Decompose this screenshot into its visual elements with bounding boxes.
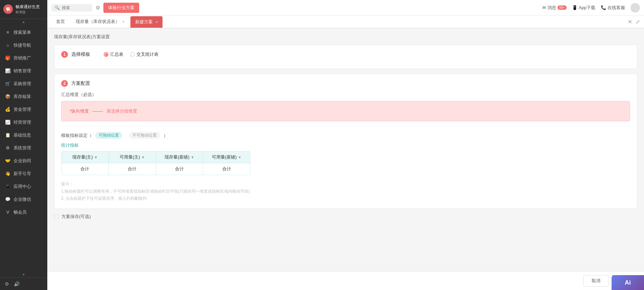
search-menu-icon: ≡ (5, 29, 11, 35)
save-option[interactable]: 方案保存(可选) (54, 214, 637, 220)
app-download-item[interactable]: 📱 App下载 (572, 5, 595, 11)
col3-sub: 合计 (156, 163, 203, 175)
sidebar-item-sales[interactable]: 📊 销售管理 (0, 65, 47, 77)
indicator-settings: 模板指标设定（ 可拖动位置 不可拖动位置 ） 统计指标 现存量(主) ▼ (61, 132, 630, 175)
online-service-item[interactable]: 📞 在线客服 (601, 5, 625, 11)
sidebar-item-label: 资金管理 (14, 106, 31, 113)
sidebar-item-marketing[interactable]: 🎁 营销推广 (0, 52, 47, 65)
chart-icon: 📊 (5, 68, 11, 74)
col1-label: 现存量(主) (72, 154, 93, 160)
tab-inventory-label: 现存量（库存状况表） (76, 19, 120, 25)
service-icon: 📞 (601, 5, 606, 10)
sidebar-item-operations[interactable]: 📈 经营管理 (0, 116, 47, 129)
tab-new-plan-close[interactable]: × (155, 20, 157, 24)
message-item[interactable]: ✉ 消息 99+ (542, 5, 567, 11)
sidebar-item-member[interactable]: V 畅会员 (0, 206, 47, 219)
money-icon: 💰 (5, 106, 11, 113)
vertical-dim-label: *纵向维度 (70, 108, 89, 114)
tab-new-plan[interactable]: 新建方案 × (130, 16, 162, 28)
sidebar-item-quick-nav[interactable]: ⌂ 快捷导航 (0, 39, 47, 52)
window-controls: ✕ ⤢ (628, 19, 640, 25)
app-badge: 标准版 (16, 10, 40, 15)
sidebar-item-label: 基础信息 (14, 132, 31, 138)
ai-label: Ai (625, 279, 631, 286)
tab-home[interactable]: 首页 (51, 16, 70, 28)
tab-inventory-status[interactable]: 现存量（库存状况表） × (71, 16, 129, 28)
step1-num: 1 (61, 51, 68, 58)
col2-label: 可用量(主) (120, 154, 140, 160)
page-title: 现存量(库存状况表)方案设置 (54, 34, 637, 40)
col2-sub: 合计 (109, 163, 156, 175)
step2-title: 方案配置 (71, 80, 90, 87)
window-close-icon[interactable]: ✕ (628, 19, 632, 25)
sidebar-item-label: 新手引导 (14, 171, 31, 177)
ai-float-button[interactable]: Ai (612, 275, 644, 290)
sidebar-item-cooperation[interactable]: 🤝 企业协同 (0, 154, 47, 167)
box-icon: 📦 (5, 94, 11, 100)
gift-icon: 🎁 (5, 55, 11, 61)
tips-title: 提示： (61, 182, 73, 186)
sidebar-item-app-center[interactable]: 📱 应用中心 (0, 180, 47, 193)
trial-btn[interactable]: 体验行业方案 (103, 3, 139, 13)
radio-crosstab-label: 交叉统计表 (137, 51, 158, 57)
search-input[interactable] (62, 5, 89, 10)
tip2: 2. 点击标题栏下拉可设置排序、插入列和删除列 (61, 195, 630, 202)
tip1: 1.拖动标题栏可以调整布局，不可跨维度或指标区域拖动栏目字段(只能在同一维度或指… (61, 188, 630, 195)
online-service-label: 在线客服 (608, 5, 625, 11)
tabbar: 首页 现存量（库存状况表） × 新建方案 × ✕ ⤢ (47, 16, 644, 28)
sidebar-item-search-menu[interactable]: ≡ 搜索菜单 (0, 26, 47, 39)
topbar-right: ✉ 消息 99+ 📱 App下载 📞 在线客服 (542, 3, 640, 13)
sidebar-item-purchase[interactable]: 🛒 采购管理 (0, 77, 47, 90)
chat-icon: 💬 (5, 196, 11, 202)
sidebar-item-label: 营销推广 (14, 55, 31, 61)
message-label: 消息 (547, 5, 556, 11)
sidebar-item-guide[interactable]: 👋 新手引导 (0, 167, 47, 180)
draggable-badge: 可拖动位置 (95, 132, 122, 139)
download-icon: 📱 (572, 5, 577, 10)
sidebar-item-basic-info[interactable]: 📋 基础信息 (0, 129, 47, 142)
sidebar-item-inventory[interactable]: 📦 库存核算 (0, 90, 47, 103)
sidebar-item-finance[interactable]: 💰 资金管理 (0, 103, 47, 116)
sidebar-item-system[interactable]: ⚙ 系统管理 (0, 142, 47, 154)
radio-crosstab[interactable]: 交叉统计表 (130, 51, 158, 57)
sidebar-item-label: 畅会员 (14, 209, 27, 215)
phone-icon: 📱 (5, 184, 11, 190)
non-draggable-badge: 不可拖动位置 (129, 132, 160, 139)
topbar-gear-icon[interactable]: ⚙ (96, 5, 100, 11)
trend-icon: 📈 (5, 119, 11, 125)
tab-home-label: 首页 (56, 19, 65, 25)
tab-inventory-close[interactable]: × (122, 20, 124, 24)
message-icon: ✉ (542, 5, 546, 10)
save-label: 方案保存(可选) (61, 214, 91, 220)
sidebar-item-label: 库存核算 (14, 94, 31, 100)
radio-summary-label: 汇总表 (110, 51, 123, 57)
sidebar: 畅 畅康通好生意 标准版 ▲ ≡ 搜索菜单 ⌂ 快捷导航 🎁 营销推广 📊 销售… (0, 0, 47, 290)
sidebar-item-label: 应用中心 (14, 184, 31, 190)
handshake-icon: 🤝 (5, 158, 11, 164)
indicator-suffix: ） (164, 132, 168, 139)
sidebar-scroll-down[interactable]: ▼ (0, 272, 47, 277)
sidebar-item-wechat[interactable]: 💬 企业微信 (0, 193, 47, 206)
save-checkbox[interactable] (54, 214, 59, 219)
wave-icon: 👋 (5, 171, 11, 177)
stat-table: 现存量(主) ▼ 可用量(主) ▼ 现存量(基辅) ▼ (61, 151, 250, 175)
cancel-button[interactable]: 取消 (583, 275, 609, 287)
col1-header[interactable]: 现存量(主) ▼ (61, 151, 109, 163)
col3-label: 现存量(基辅) (165, 154, 190, 160)
col4-header[interactable]: 可用量(基辅) ▼ (203, 151, 250, 163)
user-avatar[interactable] (630, 3, 640, 13)
sidebar-item-label: 经营管理 (14, 119, 31, 125)
template-radio-group: 汇总表 交叉统计表 (104, 51, 158, 57)
sound-icon[interactable]: 🔊 (14, 281, 20, 287)
settings-icon[interactable]: ⚙ (5, 281, 9, 287)
window-expand-icon[interactable]: ⤢ (636, 19, 640, 25)
sidebar-bottom: ⚙ 🔊 (0, 277, 47, 290)
app-download-label: App下载 (579, 5, 595, 11)
radio-summary-dot (104, 52, 108, 57)
col3-header[interactable]: 现存量(基辅) ▼ (156, 151, 203, 163)
topbar-search[interactable]: 🔍 (51, 4, 92, 11)
radio-summary[interactable]: 汇总表 (104, 51, 123, 57)
dimension-box[interactable]: *纵向维度 —— 请选择分组维度 (61, 101, 630, 121)
col2-header[interactable]: 可用量(主) ▼ (109, 151, 156, 163)
sidebar-scroll-up[interactable]: ▲ (0, 19, 47, 25)
